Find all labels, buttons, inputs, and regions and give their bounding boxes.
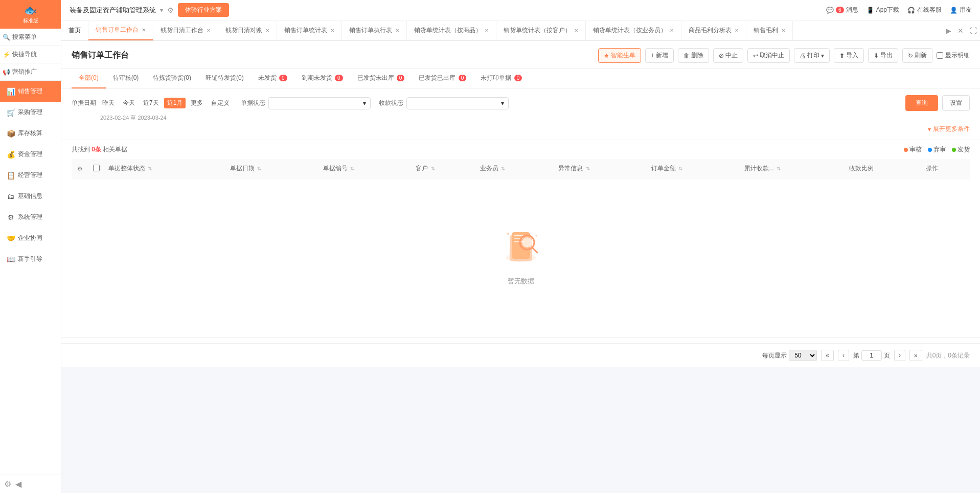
sidebar-item-operation[interactable]: 📋 经营管理 [0,165,61,186]
export-button[interactable]: ⬇ 导出 [868,48,898,63]
sidebar-item-purchase[interactable]: 🛒 采购管理 [0,102,61,123]
page-input[interactable] [861,350,882,361]
col-customer[interactable]: 客户 ⇅ [412,159,475,178]
payment-select[interactable]: ▾ [406,97,509,109]
tab-sales-exec[interactable]: 销售订单执行表 ✕ [342,21,407,40]
tab-goods-profit-close[interactable]: ✕ [735,28,739,33]
topbar-settings-icon[interactable]: ⚙ [167,6,174,14]
tab-sales-stats-close[interactable]: ✕ [330,28,334,33]
sidebar-item-basic[interactable]: 🗂 基础信息 [0,186,61,207]
subtab-not-printed[interactable]: 未打印单据 0 [473,69,529,88]
col-date[interactable]: 单据日期 ⇅ [226,159,319,178]
tab-sales-stats-customer-close[interactable]: ✕ [574,28,578,33]
col-abnormal[interactable]: 异常信息 ⇅ [554,159,647,178]
refresh-button[interactable]: ↻ 刷新 [902,48,932,63]
tab-cash-daily[interactable]: 钱货日清工作台 ✕ [153,21,218,40]
sidebar-item-guide[interactable]: 📖 新手引导 [0,249,61,270]
date-opt-today[interactable]: 今天 [120,98,138,108]
set-button[interactable]: 设置 [942,95,970,111]
subtab-pending-review[interactable]: 待审核(0) [106,69,146,88]
settings-bottom-icon[interactable]: ⚙ [4,479,11,489]
tab-goods-profit[interactable]: 商品毛利分析表 ✕ [681,21,746,40]
subtab-all[interactable]: 全部(0) [72,69,106,88]
tab-sales-exec-close[interactable]: ✕ [395,28,399,33]
sidebar-item-system[interactable]: ⚙ 系统管理 [0,207,61,228]
per-page-select[interactable]: 10 20 50 100 [789,350,817,361]
date-opt-more[interactable]: 更多 [188,98,206,108]
subtab-overdue-not-shipped[interactable]: 到期未发货 0 [294,69,350,88]
subtab-shipped-out[interactable]: 已发货已出库 0 [412,69,473,88]
tab-sales-stats-customer[interactable]: 销货单统计表（按客户） ✕ [496,21,586,40]
cancel-stop-button[interactable]: ↩ 取消中止 [747,48,790,63]
select-all-checkbox[interactable] [93,165,100,171]
trial-button[interactable]: 体验行业方案 [178,3,229,17]
sidebar-item-finance[interactable]: 💰 资金管理 [0,144,61,165]
app-download-item[interactable]: 📱 App下载 [867,6,899,14]
date-opt-yesterday[interactable]: 昨天 [99,98,118,108]
sidebar-item-sales-label: 销售管理 [18,87,42,96]
tab-fullscreen-icon[interactable]: ⛶ [967,23,980,39]
last-page-button[interactable]: » [909,350,922,361]
new-button[interactable]: + 新增 [645,48,674,63]
tab-sales-stats-product[interactable]: 销货单统计表（按商品） ✕ [407,21,496,40]
sidebar-search-item[interactable]: 🔍 搜索菜单 [0,29,61,46]
cancel-review-button[interactable]: 弃审 [928,145,946,154]
first-page-button[interactable]: « [821,350,834,361]
tab-cash-daily-close[interactable]: ✕ [207,28,211,33]
sidebar-item-finance-label: 资金管理 [18,150,42,159]
ship-button[interactable]: 发货 [952,145,970,154]
message-item[interactable]: 💬 6 消息 [826,6,858,14]
show-detail-checkbox[interactable] [937,52,943,59]
sidebar-item-collab[interactable]: 🤝 企业协同 [0,228,61,249]
print-button[interactable]: 🖨 打印 ▾ [794,48,830,63]
col-settings[interactable]: ⚙ [72,159,88,178]
date-opt-1month[interactable]: 近1月 [164,98,186,108]
sidebar-item-inventory[interactable]: 📦 库存核算 [0,123,61,144]
tab-sales-stats-staff-close[interactable]: ✕ [670,28,674,33]
delete-button[interactable]: 🗑 删除 [678,48,709,63]
dropdown-arrow-icon[interactable]: ▾ [160,7,163,14]
sidebar-promo-item[interactable]: 📢 营销推广 [0,63,61,81]
tab-sales-stats-staff[interactable]: 销货单统计表（按业务员） ✕ [586,21,681,40]
sidebar-item-sales[interactable]: 📊 销售管理 [0,81,61,102]
show-detail-checkbox-group[interactable]: 显示明细 [937,51,970,60]
col-number[interactable]: 单据编号 ⇅ [319,159,412,178]
tab-sales-profit-close[interactable]: ✕ [781,28,785,33]
tab-sales-workbench[interactable]: 销售订单工作台 ✕ [88,20,153,40]
tab-scroll-right-icon[interactable]: ▶ [943,23,954,39]
date-opt-7days[interactable]: 近7天 [140,98,162,108]
tab-cash-reconcile[interactable]: 钱货日清对账 ✕ [218,21,277,40]
service-item[interactable]: 🎧 在线客服 [907,6,942,14]
tab-home[interactable]: 首页 [61,21,88,40]
query-button[interactable]: 查询 [905,95,938,111]
status-select[interactable]: ▾ [268,97,371,109]
collapse-icon[interactable]: ◀ [15,479,21,489]
subtab-not-shipped[interactable]: 未发货 0 [251,69,294,88]
subtab-wangpu-ship[interactable]: 旺铺待发货(0) [198,69,251,88]
sidebar-quick-item[interactable]: ⚡ 快捷导航 [0,46,61,63]
ai-generate-button[interactable]: ★ 智能生单 [598,48,641,63]
stop-button[interactable]: ⊘ 中止 [713,48,743,63]
tab-close-all-icon[interactable]: ✕ [954,23,967,39]
review-button[interactable]: 审核 [904,145,922,154]
tab-sales-workbench-close[interactable]: ✕ [142,27,146,33]
tab-cash-reconcile-close[interactable]: ✕ [265,28,269,33]
tab-sales-stats-product-close[interactable]: ✕ [485,28,489,33]
next-page-button[interactable]: › [894,350,905,361]
import-button[interactable]: ⬆ 导入 [834,48,864,63]
col-staff-sort-icon: ⇅ [501,166,505,171]
payment-filter-label: 收款状态 [379,99,403,107]
user-item[interactable]: 👤 用友 [950,6,972,14]
expand-more-button[interactable]: ▾ 展开更多条件 [928,125,970,133]
subtab-shipped-not-out[interactable]: 已发货未出库 0 [350,69,412,88]
col-amount[interactable]: 订单金额 ⇅ [647,159,740,178]
tab-sales-profit[interactable]: 销售毛利 ✕ [746,21,793,40]
col-received[interactable]: 累计收款... ⇅ [740,159,845,178]
date-opt-custom[interactable]: 自定义 [208,98,233,108]
tab-sales-stats[interactable]: 销售订单统计表 ✕ [277,21,342,40]
h-scroll-area[interactable] [61,337,980,343]
prev-page-button[interactable]: ‹ [838,350,849,361]
col-status[interactable]: 单据整体状态 ⇅ [104,159,226,178]
col-staff[interactable]: 业务员 ⇅ [476,159,554,178]
subtab-pending-check[interactable]: 待拣货验货(0) [146,69,198,88]
